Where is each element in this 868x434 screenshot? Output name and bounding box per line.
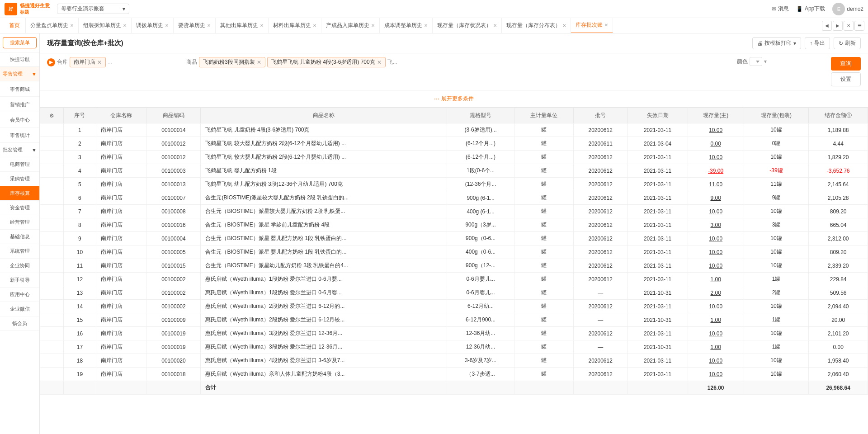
table-cell[interactable]: 10.00 — [688, 368, 744, 381]
nav-more-btn[interactable]: ☰ — [854, 21, 864, 31]
nav-prev-btn[interactable]: ◀ — [822, 21, 832, 31]
settings-icon[interactable]: ⚙ — [49, 113, 54, 119]
tab-4[interactable]: 要货单历史 ✕ — [174, 18, 216, 33]
th-settings[interactable]: ⚙ — [40, 108, 64, 123]
sidebar-item-finance[interactable]: 资金管理 — [0, 201, 39, 215]
sidebar-item-retail-mall[interactable]: 零售商城 — [0, 81, 39, 97]
table-cell: 00100020 — [146, 354, 201, 368]
table-cell[interactable]: 10.00 — [688, 354, 744, 368]
table-cell: 20200612 — [573, 245, 627, 259]
industry-select[interactable]: 母婴行业演示账套 ▾ — [57, 4, 129, 14]
table-cell[interactable]: 10.00 — [688, 300, 744, 313]
table-cell[interactable]: 10.00 — [688, 151, 744, 164]
sidebar-item-system[interactable]: 系统管理 — [0, 244, 39, 259]
table-cell[interactable]: 10.00 — [688, 327, 744, 340]
export-btn[interactable]: ↑ 导出 — [805, 37, 830, 49]
sidebar-item-marketing[interactable]: 营销推广 — [0, 97, 39, 112]
tab-2[interactable]: 组装拆卸单历史 ✕ — [79, 18, 132, 33]
table-cell[interactable]: 9.00 — [688, 191, 744, 205]
table-cell[interactable]: 11.00 — [688, 178, 744, 191]
table-cell[interactable]: -39.00 — [688, 164, 744, 178]
product-tag-2[interactable]: 飞鹤星飞帆 儿童奶粉 4段(3-6岁适用) 700克 ✕ — [267, 57, 386, 67]
color-select[interactable] — [750, 57, 762, 66]
close-tab-7[interactable]: ✕ — [371, 23, 375, 28]
search-menu-btn[interactable]: 搜索菜单 — [3, 37, 37, 48]
table-cell[interactable]: 10.00 — [688, 123, 744, 137]
nav-close-btn[interactable]: ✕ — [844, 21, 854, 31]
sidebar-item-operations[interactable]: 经营管理 — [0, 215, 39, 230]
table-cell[interactable]: 0.00 — [688, 137, 744, 151]
user-area[interactable]: E demo2 — [832, 3, 863, 15]
sidebar-item-collab[interactable]: 企业协同 — [0, 259, 39, 273]
tab-1[interactable]: 分量盘点单历史 ✕ — [26, 18, 79, 33]
close-tab-10[interactable]: ✕ — [562, 23, 566, 28]
message-label: 消息 — [778, 5, 789, 13]
sidebar-item-ecom[interactable]: 电商管理 — [0, 157, 39, 172]
tab-11[interactable]: 库存批次账 ✕ — [571, 18, 613, 33]
remove-warehouse-tag[interactable]: ✕ — [97, 59, 102, 66]
table-row: 3南岸门店00100012飞鹤星飞帆 较大婴儿配方奶粉 2段(6-12个月婴幼儿… — [40, 151, 868, 164]
close-tab-9[interactable]: ✕ — [493, 23, 497, 28]
table-cell: 19 — [63, 368, 96, 381]
total-cell — [40, 381, 64, 395]
sidebar-item-member2[interactable]: 畅会员 — [0, 316, 39, 331]
filter-bar: ▶ 合库 南岸门店 ✕ ... 商品 飞鹤奶粉3段同捆搭装 ✕ 飞鹤星飞帆 儿童… — [40, 53, 868, 90]
expand-more-btn[interactable]: ⋯ 展开更多条件 — [434, 95, 474, 103]
setting-btn[interactable]: 设置 — [831, 72, 861, 86]
sidebar-item-member[interactable]: 会员中心 — [0, 112, 39, 127]
table-cell[interactable]: 2.00 — [688, 286, 744, 300]
message-btn[interactable]: ✉ 消息 — [772, 5, 789, 13]
tab-8[interactable]: 成本调整单历史 ✕ — [380, 18, 433, 33]
table-cell[interactable]: 10.00 — [688, 245, 744, 259]
close-tab-4[interactable]: ✕ — [207, 23, 211, 28]
close-tab-1[interactable]: ✕ — [70, 23, 74, 28]
remove-product-tag-1[interactable]: ✕ — [257, 59, 261, 66]
tab-home[interactable]: 首页 — [4, 18, 26, 33]
table-cell: 1 — [63, 123, 96, 137]
app-download-btn[interactable]: 📱 App下载 — [796, 5, 825, 13]
sidebar-item-wholesale[interactable]: 批发管理 ▼ — [0, 143, 39, 157]
expand-btn[interactable]: ▶ — [47, 58, 55, 66]
refresh-btn[interactable]: ↻ 刷新 — [834, 37, 861, 49]
table-cell[interactable]: 10.00 — [688, 232, 744, 245]
sidebar-item-purchase[interactable]: 采购管理 — [0, 172, 39, 186]
tab-9[interactable]: 现存量（库存状况表） ✕ — [433, 18, 502, 33]
sidebar-item-basics[interactable]: 基础信息 — [0, 230, 39, 244]
close-tab-3[interactable]: ✕ — [165, 23, 169, 28]
tab-5[interactable]: 其他出库单历史 ✕ — [216, 18, 269, 33]
warehouse-tag-1[interactable]: 南岸门店 ✕ — [70, 57, 106, 67]
close-tab-8[interactable]: ✕ — [424, 23, 428, 28]
warehouse-more[interactable]: ... — [108, 59, 112, 66]
tab-6[interactable]: 材料出库单历史 ✕ — [269, 18, 321, 33]
close-tab-11[interactable]: ✕ — [604, 23, 608, 28]
close-tab-5[interactable]: ✕ — [260, 23, 264, 28]
table-cell[interactable]: 10.00 — [688, 259, 744, 273]
table-cell — [40, 218, 64, 232]
sidebar-item-inventory[interactable]: 库存核算 — [0, 186, 39, 201]
sidebar-item-wechat[interactable]: 企业微信 — [0, 302, 39, 316]
print-btn[interactable]: 🖨 按模板打印 ▾ — [752, 37, 801, 49]
product-tag-1[interactable]: 飞鹤奶粉3段同捆搭装 ✕ — [199, 57, 265, 67]
product-more[interactable]: 飞... — [387, 58, 397, 66]
sidebar-item-guide[interactable]: 新手引导 — [0, 273, 39, 288]
remove-product-tag-2[interactable]: ✕ — [377, 59, 382, 66]
tab-7[interactable]: 产成品入库单历史 ✕ — [321, 18, 380, 33]
table-cell: 10罐 — [744, 259, 809, 273]
table-cell[interactable]: 1.00 — [688, 313, 744, 327]
table-cell[interactable]: 3.00 — [688, 218, 744, 232]
tab-10[interactable]: 现存量（库存分布表） ✕ — [502, 18, 571, 33]
tab-3[interactable]: 调拨单历史 ✕ — [132, 18, 174, 33]
close-tab-6[interactable]: ✕ — [313, 23, 316, 28]
quick-nav-btn[interactable]: 快捷导航 — [0, 54, 39, 65]
table-row: 4南岸门店00100003飞鹤星飞帆 婴儿配方奶粉 1段1段(0-6个...罐2… — [40, 164, 868, 178]
query-btn[interactable]: 查询 — [831, 57, 861, 71]
sidebar-item-apps[interactable]: 应用中心 — [0, 288, 39, 302]
table-cell[interactable]: 1.00 — [688, 340, 744, 354]
sidebar-item-retail-mgmt[interactable]: 零售管理 ▼ — [0, 67, 39, 81]
table-cell[interactable]: 1.00 — [688, 273, 744, 286]
sidebar-item-retail-stats[interactable]: 零售统计 — [0, 127, 39, 143]
nav-next-btn[interactable]: ▶ — [833, 21, 843, 31]
close-tab-2[interactable]: ✕ — [123, 23, 127, 28]
table-cell: 2021-03-11 — [627, 205, 688, 218]
table-cell[interactable]: 10.00 — [688, 205, 744, 218]
